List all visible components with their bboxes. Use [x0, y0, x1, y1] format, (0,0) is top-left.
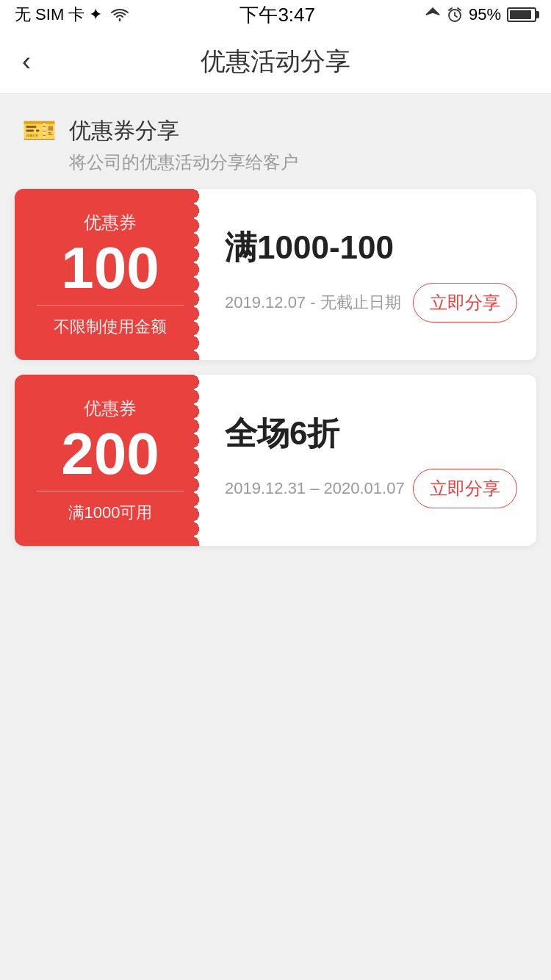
background-area [0, 561, 551, 980]
coupon-label-1: 优惠券 [84, 211, 137, 234]
battery-percent: 95% [469, 5, 501, 24]
coupon-divider-2 [37, 491, 184, 491]
page-title: 优惠活动分享 [201, 45, 350, 79]
status-bar: 无 SIM 卡 ✦ 下午3:47 95% [0, 0, 551, 29]
coupon-condition-1: 不限制使用金额 [54, 316, 167, 338]
back-button[interactable]: ‹ [22, 46, 31, 77]
coupon-card-1: 优惠券 100 不限制使用金额 满1000-100 2019.12.07 - 无… [15, 189, 536, 360]
battery-icon [507, 7, 536, 22]
nav-bar: ‹ 优惠活动分享 [0, 29, 551, 94]
coupon-left-2: 优惠券 200 满1000可用 [15, 375, 206, 546]
coupon-name-1: 满1000-100 [225, 226, 517, 270]
coupon-amount-1: 100 [61, 239, 159, 298]
coupon-date-2: 2019.12.31 – 2020.01.07 [225, 479, 406, 498]
coupon-amount-2: 200 [61, 425, 159, 483]
status-time: 下午3:47 [240, 2, 315, 28]
share-button-1[interactable]: 立即分享 [413, 283, 517, 323]
coupon-divider-1 [37, 305, 184, 306]
sim-label: 无 SIM 卡 ✦ [15, 4, 102, 26]
share-button-2[interactable]: 立即分享 [413, 469, 517, 508]
coupon-date-1: 2019.12.07 - 无截止日期 [225, 292, 406, 314]
coupon-share-icon: 🎫 [22, 116, 57, 151]
coupon-right-2: 全场6折 2019.12.31 – 2020.01.07 立即分享 [206, 375, 536, 546]
coupon-list: 优惠券 100 不限制使用金额 满1000-100 2019.12.07 - 无… [0, 189, 551, 546]
coupon-name-2: 全场6折 [225, 412, 517, 455]
wifi-icon [109, 7, 130, 22]
status-left: 无 SIM 卡 ✦ [15, 4, 130, 26]
section-title: 优惠券分享 [69, 116, 298, 146]
alarm-icon [447, 7, 463, 23]
coupon-condition-2: 满1000可用 [68, 502, 153, 524]
section-desc: 将公司的优惠活动分享给客户 [69, 151, 298, 174]
coupon-label-2: 优惠券 [84, 397, 137, 420]
coupon-right-1: 满1000-100 2019.12.07 - 无截止日期 立即分享 [206, 189, 536, 360]
coupon-footer-1: 2019.12.07 - 无截止日期 立即分享 [225, 283, 517, 323]
coupon-left-1: 优惠券 100 不限制使用金额 [15, 189, 206, 360]
section-info: 优惠券分享 将公司的优惠活动分享给客户 [69, 116, 298, 174]
status-right: 95% [425, 5, 536, 24]
coupon-footer-2: 2019.12.31 – 2020.01.07 立即分享 [225, 469, 517, 508]
location-icon [425, 7, 441, 23]
coupon-card-2: 优惠券 200 满1000可用 全场6折 2019.12.31 – 2020.0… [15, 375, 536, 546]
section-header: 🎫 优惠券分享 将公司的优惠活动分享给客户 [0, 94, 551, 189]
